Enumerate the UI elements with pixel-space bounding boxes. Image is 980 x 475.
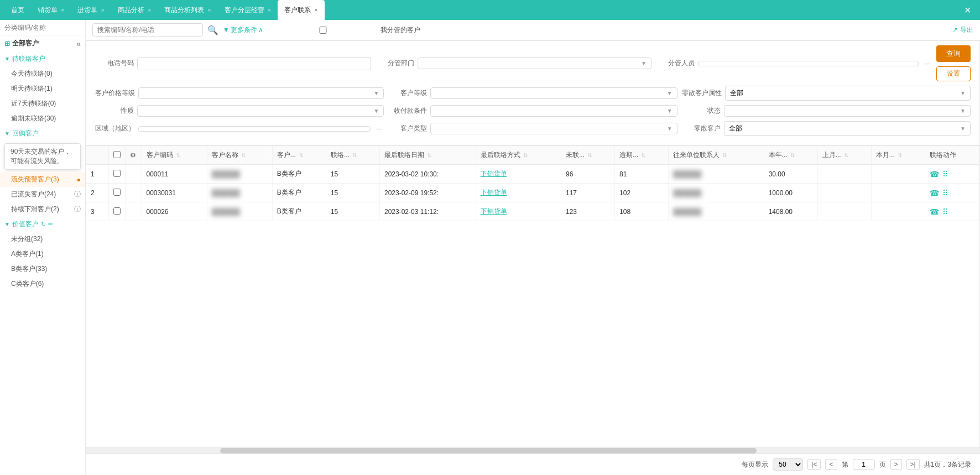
contact-icon[interactable]: ☎ [930, 189, 939, 197]
col-config[interactable]: ⚙ [125, 146, 142, 165]
sidebar-all-customers[interactable]: ⊞ 全部客户 « [0, 35, 85, 51]
tab-product-analysis-close[interactable]: × [148, 7, 151, 13]
export-button[interactable]: ↗ 导出 [952, 25, 973, 35]
col-last-month[interactable]: 上月... ⇅ [817, 146, 871, 165]
more-actions-icon[interactable]: ⠿ [942, 170, 948, 179]
last-method-link[interactable]: 下销货单 [481, 189, 507, 196]
more-actions-icon[interactable]: ⠿ [942, 189, 948, 197]
prev-page-button[interactable]: < [825, 459, 837, 470]
sidebar-class-c[interactable]: C类客户(6) [0, 276, 85, 291]
tab-customer-layer[interactable]: 客户分层经营 × [218, 0, 278, 20]
col-customer-code[interactable]: 客户编码 ⇅ [142, 146, 207, 165]
value-refresh-icon[interactable]: ↻ [41, 221, 46, 228]
col-last-date[interactable]: 最后联络日期 ⇅ [380, 146, 476, 165]
region-more-icon[interactable]: ··· [374, 125, 384, 133]
horizontal-scrollbar[interactable] [86, 448, 980, 453]
row-checkbox-2[interactable] [113, 207, 121, 215]
last-page-button[interactable]: >| [906, 459, 920, 470]
gender-select[interactable]: ▼ [137, 105, 384, 117]
tab-purchase-close[interactable]: × [101, 7, 104, 13]
sidebar-ungroup[interactable]: 未分组(32) [0, 232, 85, 247]
tab-product-analysis-list-close[interactable]: × [207, 7, 211, 13]
last-method-link[interactable]: 下销货单 [481, 170, 507, 178]
zero-customer-caret: ▼ [960, 126, 966, 132]
export-icon: ↗ [952, 26, 958, 34]
sidebar-churn-warning[interactable]: 流失预警客户(3) ● [0, 172, 85, 187]
tab-product-analysis-list[interactable]: 商品分析列表 × [158, 0, 217, 20]
zero-customer-select[interactable]: 全部 ▼ [724, 121, 971, 136]
cell-checkbox[interactable] [108, 202, 125, 221]
page-input[interactable] [853, 459, 875, 470]
col-last-method[interactable]: 最后联络方式 ⇅ [476, 146, 561, 165]
sidebar-class-b[interactable]: B类客户(33) [0, 262, 85, 276]
more-conditions-button[interactable]: ▼ 更多条件 ∧ [223, 25, 263, 35]
col-this-month[interactable]: 本月... ⇅ [871, 146, 925, 165]
col-overdue[interactable]: 逾期... ⇅ [615, 146, 669, 165]
last-method-link[interactable]: 下销货单 [481, 207, 507, 215]
collapse-icon[interactable]: « [76, 39, 81, 48]
col-customer-name[interactable]: 客户名称 ⇅ [207, 146, 272, 165]
tab-sales[interactable]: 销货单 × [31, 0, 71, 20]
per-page-select[interactable]: 50 100 [773, 458, 803, 471]
global-close-button[interactable]: ✕ [960, 5, 976, 15]
col-contact[interactable]: 联络... ⇅ [326, 146, 379, 165]
col-uncontacted[interactable]: 未联... ⇅ [561, 146, 614, 165]
zero-attr-select[interactable]: 全部 ▼ [725, 86, 971, 101]
filter-phone: 电话号码 [95, 57, 371, 70]
sidebar-overdue-contact[interactable]: 逾期未联络(30) [0, 111, 85, 126]
tab-customer-contact[interactable]: 客户联系 × [278, 0, 324, 20]
phone-input[interactable] [137, 57, 371, 70]
tab-sales-close[interactable]: × [61, 7, 64, 13]
row-checkbox-1[interactable] [113, 189, 121, 196]
person-more-icon[interactable]: ··· [922, 60, 932, 67]
sidebar-churn-section[interactable]: ▼ 回购客户 [0, 126, 85, 141]
tab-home[interactable]: 首页 [4, 0, 31, 20]
customer-level-select[interactable]: ▼ [430, 87, 677, 99]
customer-type-select[interactable]: ▼ [430, 123, 677, 134]
tab-customer-layer-close[interactable]: × [268, 7, 271, 13]
cell-checkbox[interactable] [108, 165, 125, 184]
dept-select[interactable]: ▼ [418, 58, 651, 69]
col-customer-type[interactable]: 客户... ⇅ [272, 146, 326, 165]
my-customers-checkbox-area[interactable]: 我分管的客户 [268, 25, 420, 35]
col-unit-contact[interactable]: 往来单位联系人 ⇅ [669, 146, 764, 165]
select-all-checkbox[interactable] [113, 151, 121, 158]
scroll-thumb[interactable] [220, 448, 757, 453]
sidebar-class-a[interactable]: A类客户(1) [0, 247, 85, 262]
cell-last-method[interactable]: 下销货单 [476, 165, 561, 184]
sidebar-pending-section[interactable]: ▼ 待联络客户 [0, 51, 85, 66]
person-select[interactable] [698, 61, 919, 66]
settings-button[interactable]: 设置 [936, 66, 971, 81]
sidebar-already-churn[interactable]: 已流失客户(24) ⓘ [0, 187, 85, 202]
row-checkbox-0[interactable] [113, 170, 121, 177]
cell-checkbox[interactable] [108, 184, 125, 202]
cell-last-method[interactable]: 下销货单 [476, 184, 561, 202]
search-button[interactable]: 🔍 [207, 25, 218, 35]
region-select[interactable] [138, 126, 371, 132]
tab-purchase[interactable]: 进货单 × [71, 0, 111, 20]
sidebar-declining-customers[interactable]: 持续下滑客户(2) ⓘ [0, 202, 85, 217]
sidebar-tomorrow-contact[interactable]: 明天待联络(1) [0, 81, 85, 96]
query-button[interactable]: 查询 [936, 45, 971, 62]
first-page-button[interactable]: |< [807, 459, 821, 470]
cell-no: 3 [86, 202, 108, 221]
sidebar-search-input[interactable] [4, 24, 86, 32]
value-edit-icon[interactable]: ✏ [48, 221, 53, 228]
sidebar-week-contact[interactable]: 近7天待联络(0) [0, 96, 85, 111]
tab-product-analysis[interactable]: 商品分析 × [111, 0, 158, 20]
payment-select[interactable]: ▼ [430, 105, 677, 117]
price-level-select[interactable]: ▼ [138, 87, 384, 99]
sidebar-today-contact[interactable]: 今天待联络(0) [0, 66, 85, 81]
cell-name: ██████ [207, 202, 272, 221]
col-this-year[interactable]: 本年... ⇅ [764, 146, 817, 165]
next-page-button[interactable]: > [890, 459, 902, 470]
my-customers-checkbox[interactable] [268, 27, 378, 34]
tab-customer-contact-close[interactable]: × [314, 7, 317, 13]
cell-last-method[interactable]: 下销货单 [476, 202, 561, 221]
contact-icon[interactable]: ☎ [930, 207, 939, 216]
sidebar-value-section[interactable]: ▼ 价值客户 ↻ ✏ [0, 217, 85, 232]
more-actions-icon[interactable]: ⠿ [942, 207, 948, 216]
search-input[interactable] [92, 23, 203, 36]
status-select[interactable]: ▼ [724, 105, 971, 117]
contact-icon[interactable]: ☎ [930, 170, 939, 179]
